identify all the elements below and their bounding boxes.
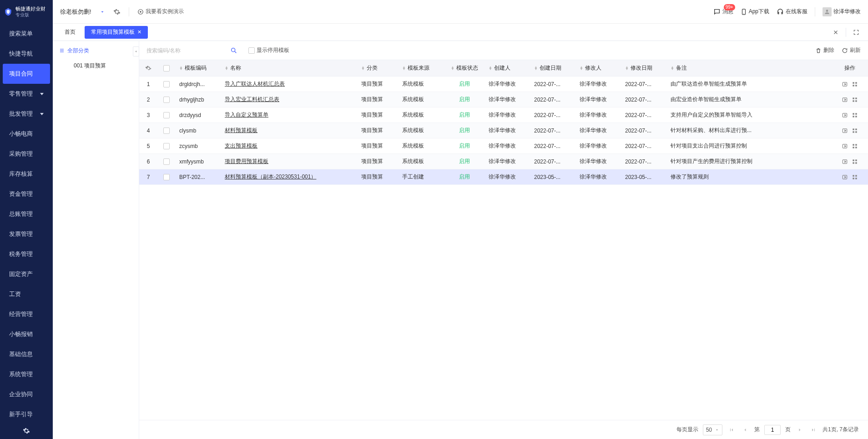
column-settings[interactable] — [139, 65, 157, 71]
row-name[interactable]: 材料预算模板（副本-20230531-001） — [221, 173, 358, 181]
collapse-left-button[interactable] — [133, 46, 139, 56]
page-first-button[interactable] — [727, 425, 736, 434]
sidebar-item[interactable]: 小畅电商 — [0, 124, 53, 144]
row-checkbox[interactable] — [157, 128, 176, 134]
row-name[interactable]: 材料预算模板 — [221, 127, 358, 134]
sidebar-item[interactable]: 总账管理 — [0, 204, 53, 224]
online-service-link[interactable]: 在线客服 — [777, 8, 807, 15]
sidebar-item[interactable]: 新手引导 — [0, 404, 53, 423]
fullscreen-button[interactable] — [850, 26, 863, 39]
close-all-tabs-button[interactable] — [829, 26, 842, 39]
row-source: 系统模板 — [399, 80, 444, 88]
select-all-checkbox[interactable] — [157, 65, 176, 71]
category-all[interactable]: 全部分类 — [53, 41, 139, 60]
user-menu[interactable]: 徐泽华修改 — [823, 7, 861, 16]
col-modify-date[interactable]: ▲▼修改日期 — [621, 64, 667, 72]
more-icon[interactable] — [852, 158, 858, 165]
sidebar-item[interactable]: 企业协同 — [0, 384, 53, 404]
table-row[interactable]: 6xmfyysmb项目费用预算模板项目预算系统模板启用徐泽华修改2022-07-… — [139, 154, 868, 169]
sidebar-item[interactable]: 项目合同 — [3, 64, 50, 84]
more-icon[interactable] — [852, 174, 858, 180]
col-code[interactable]: ▲▼模板编码 — [176, 64, 221, 72]
app-download-link[interactable]: App下载 — [741, 8, 769, 15]
row-name[interactable]: 导入宏业工料机汇总表 — [221, 96, 358, 103]
delete-button[interactable]: 删除 — [815, 46, 834, 54]
more-icon[interactable] — [852, 81, 858, 87]
chevron-down-icon[interactable] — [100, 9, 105, 15]
category-item[interactable]: 001 项目预算 — [53, 60, 139, 71]
col-modifier[interactable]: ▲▼修改人 — [576, 64, 621, 72]
more-icon[interactable] — [852, 143, 858, 149]
page-prev-button[interactable] — [741, 425, 750, 434]
search-input[interactable] — [146, 45, 228, 56]
settings-icon[interactable] — [113, 8, 121, 15]
col-name[interactable]: ▲▼名称 — [221, 64, 358, 72]
sidebar-item[interactable]: 税务管理 — [0, 244, 53, 264]
row-checkbox[interactable] — [157, 143, 176, 149]
row-name[interactable]: 项目费用预算模板 — [221, 158, 358, 165]
tab-budget-template[interactable]: 常用项目预算模板 ✕ — [85, 26, 148, 39]
tab-close-icon[interactable]: ✕ — [137, 29, 141, 35]
refresh-button[interactable]: 刷新 — [842, 46, 861, 54]
row-name[interactable]: 支出预算模板 — [221, 142, 358, 150]
row-checkbox[interactable] — [157, 81, 176, 87]
view-icon[interactable] — [842, 128, 848, 134]
col-creator[interactable]: ▲▼创建人 — [485, 64, 530, 72]
search-icon[interactable] — [230, 47, 237, 54]
more-icon[interactable] — [852, 128, 858, 134]
table-row[interactable]: 5zcysmb支出预算模板项目预算系统模板启用徐泽华修改2022-07-...徐… — [139, 138, 868, 154]
sidebar-item[interactable]: 基础信息 — [0, 344, 53, 364]
sidebar-item[interactable]: 快捷导航 — [0, 44, 53, 64]
col-remark[interactable]: ▲▼备注 — [667, 64, 772, 72]
view-icon[interactable] — [842, 112, 848, 118]
col-create-date[interactable]: ▲▼创建日期 — [530, 64, 576, 72]
sidebar-item[interactable]: 搜索菜单 — [0, 24, 53, 44]
view-icon[interactable] — [842, 81, 848, 87]
messages-link[interactable]: 消息 99+ — [713, 8, 733, 15]
row-checkbox[interactable] — [157, 158, 176, 165]
sidebar-item[interactable]: 发票管理 — [0, 224, 53, 244]
demo-link[interactable]: 我要看实例演示 — [137, 8, 184, 15]
sidebar-item[interactable]: 批发管理 — [0, 104, 53, 124]
table-row[interactable]: 7BPT-202...材料预算模板（副本-20230531-001）项目预算手工… — [139, 169, 868, 185]
table-row[interactable]: 2drhygljhzb导入宏业工料机汇总表项目预算系统模板启用徐泽华修改2022… — [139, 92, 868, 107]
sidebar-item[interactable]: 工资 — [0, 284, 53, 304]
row-index: 1 — [139, 81, 157, 87]
more-icon[interactable] — [852, 97, 858, 103]
table-row[interactable]: 4clysmb材料预算模板项目预算系统模板启用徐泽华修改2022-07-...徐… — [139, 123, 868, 138]
perpage-select[interactable]: 50 — [703, 424, 722, 435]
sidebar-item[interactable]: 库存核算 — [0, 164, 53, 184]
page-input[interactable] — [764, 425, 781, 435]
col-status[interactable]: ▲▼模板状态 — [444, 64, 485, 72]
view-icon[interactable] — [842, 158, 848, 165]
page-next-button[interactable] — [795, 425, 804, 434]
tab-home[interactable]: 首页 — [58, 26, 82, 39]
page-last-button[interactable] — [809, 425, 818, 434]
row-checkbox[interactable] — [157, 97, 176, 103]
sidebar-item[interactable]: 零售管理 — [0, 84, 53, 104]
chevron-right-icon — [797, 427, 802, 433]
show-disabled-checkbox[interactable]: 显示停用模板 — [248, 46, 289, 54]
row-checkbox[interactable] — [157, 174, 176, 180]
row-category: 项目预算 — [358, 96, 399, 103]
sidebar-item[interactable]: 资金管理 — [0, 184, 53, 204]
row-remark: 由宏业造价单智能生成预算单 — [667, 96, 772, 103]
view-icon[interactable] — [842, 174, 848, 180]
table-row[interactable]: 1drgldrcjh...导入广联达人材机汇总表项目预算系统模板启用徐泽华修改2… — [139, 77, 868, 92]
col-source[interactable]: ▲▼模板来源 — [399, 64, 444, 72]
view-icon[interactable] — [842, 143, 848, 149]
table-row[interactable]: 3drzdyysd导入自定义预算单项目预算系统模板启用徐泽华修改2022-07-… — [139, 107, 868, 123]
row-name[interactable]: 导入自定义预算单 — [221, 111, 358, 119]
more-icon[interactable] — [852, 112, 858, 118]
sidebar-item[interactable]: 经营管理 — [0, 304, 53, 324]
col-category[interactable]: ▲▼分类 — [358, 64, 399, 72]
sidebar-settings[interactable] — [0, 423, 53, 439]
sidebar-item[interactable]: 小畅报销 — [0, 324, 53, 344]
sidebar-item[interactable]: 采购管理 — [0, 144, 53, 164]
row-name[interactable]: 导入广联达人材机汇总表 — [221, 80, 358, 88]
view-icon[interactable] — [842, 97, 848, 103]
sidebar-item[interactable]: 系统管理 — [0, 364, 53, 384]
row-checkbox[interactable] — [157, 112, 176, 118]
svg-rect-36 — [853, 175, 854, 177]
sidebar-item[interactable]: 固定资产 — [0, 264, 53, 284]
